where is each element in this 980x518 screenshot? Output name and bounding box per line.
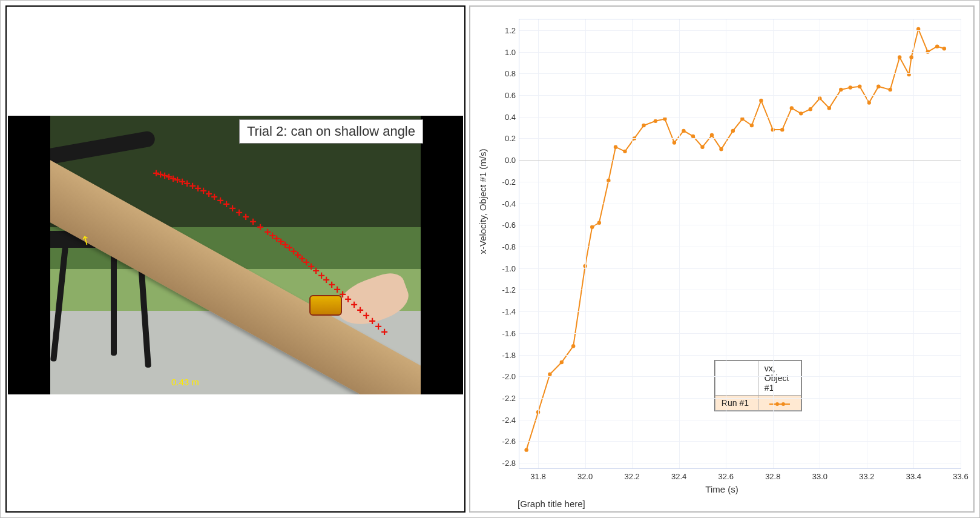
svg-point-35	[867, 101, 871, 104]
track-point: +	[380, 327, 389, 337]
x-tick: 33.4	[906, 468, 921, 481]
rolling-can	[309, 295, 342, 316]
svg-point-14	[663, 117, 666, 121]
x-tick: 32.2	[624, 468, 639, 481]
y-tick: 0.2	[505, 134, 519, 143]
svg-point-9	[614, 145, 617, 148]
y-tick: -2.6	[502, 437, 519, 446]
svg-point-3	[560, 360, 564, 364]
svg-point-29	[809, 107, 812, 111]
y-tick: -2.2	[502, 393, 519, 402]
legend-header-swatch	[715, 361, 758, 396]
svg-point-38	[898, 55, 901, 59]
svg-point-10	[623, 150, 626, 153]
svg-point-27	[790, 106, 794, 110]
y-tick: -1.6	[502, 328, 519, 337]
y-tick: -0.4	[502, 199, 519, 208]
x-tick: 32.6	[719, 468, 734, 481]
x-tick: 32.4	[671, 468, 686, 481]
y-tick: -0.8	[502, 242, 519, 251]
x-tick: 33.6	[953, 468, 968, 481]
x-axis-label: Time (s)	[705, 484, 738, 494]
trial-caption: Trial 2: can on shallow angle	[239, 119, 423, 144]
svg-point-37	[888, 88, 892, 91]
svg-point-20	[719, 147, 723, 151]
app-frame: ++++++++++++++++++++++++++++++++++++++++…	[0, 0, 980, 518]
svg-point-33	[849, 85, 852, 89]
svg-point-18	[700, 145, 704, 148]
y-tick: -1.2	[502, 285, 519, 294]
y-tick: 1.0	[505, 47, 519, 56]
svg-point-22	[740, 117, 744, 121]
x-tick: 32.8	[765, 468, 780, 481]
svg-point-21	[731, 129, 735, 133]
y-tick: -1.0	[502, 264, 519, 273]
svg-point-23	[750, 124, 754, 127]
svg-point-32	[839, 88, 843, 91]
svg-point-19	[710, 133, 714, 137]
y-tick: 0.4	[505, 112, 519, 121]
svg-point-36	[876, 85, 880, 88]
y-tick: 0.0	[505, 156, 519, 165]
svg-point-28	[799, 111, 803, 115]
scale-readout: 0.43 m	[171, 377, 199, 387]
plot-area[interactable]: vx, Object #1 Run #1 31.832.032.232.432.…	[519, 19, 961, 469]
svg-point-6	[590, 225, 594, 229]
chart-panel[interactable]: x-Velocity, Object #1 (m/s) vx, Object #…	[469, 5, 975, 513]
svg-point-26	[780, 128, 784, 131]
y-tick: -2.0	[502, 372, 519, 381]
y-tick: 0.8	[505, 69, 519, 78]
svg-point-13	[654, 119, 657, 123]
svg-point-44	[942, 47, 946, 50]
svg-point-12	[642, 124, 645, 127]
svg-point-24	[759, 99, 763, 102]
chart-legend[interactable]: vx, Object #1 Run #1	[714, 360, 802, 411]
x-tick: 33.2	[859, 468, 874, 481]
video-viewport[interactable]: ++++++++++++++++++++++++++++++++++++++++…	[8, 116, 463, 394]
x-tick: 32.0	[577, 468, 593, 481]
video-scene: ++++++++++++++++++++++++++++++++++++++++…	[50, 116, 421, 394]
chart-caption-placeholder[interactable]: [Graph title here]	[518, 499, 585, 509]
y-tick: -2.4	[502, 415, 519, 424]
y-tick: 1.2	[505, 25, 519, 35]
y-tick: -0.2	[502, 177, 519, 186]
svg-point-40	[909, 55, 913, 59]
svg-point-7	[597, 221, 601, 224]
svg-point-2	[548, 372, 551, 376]
svg-point-4	[571, 344, 575, 348]
y-tick: -1.4	[502, 307, 519, 316]
svg-point-17	[691, 134, 695, 138]
svg-point-0	[524, 448, 528, 451]
y-axis-label: x-Velocity, Object #1 (m/s)	[478, 148, 488, 254]
x-tick: 31.8	[530, 468, 545, 481]
y-tick: -1.8	[502, 350, 519, 359]
x-tick: 33.0	[812, 468, 827, 481]
legend-header-label: vx, Object #1	[758, 361, 801, 396]
svg-point-43	[935, 44, 939, 48]
y-tick: 0.6	[505, 90, 519, 99]
video-panel[interactable]: ++++++++++++++++++++++++++++++++++++++++…	[5, 5, 465, 513]
svg-point-15	[673, 141, 676, 144]
svg-point-31	[827, 106, 831, 110]
svg-point-34	[858, 85, 861, 88]
y-tick: -2.8	[502, 459, 519, 468]
svg-point-16	[682, 129, 685, 133]
y-tick: -0.6	[502, 221, 519, 230]
